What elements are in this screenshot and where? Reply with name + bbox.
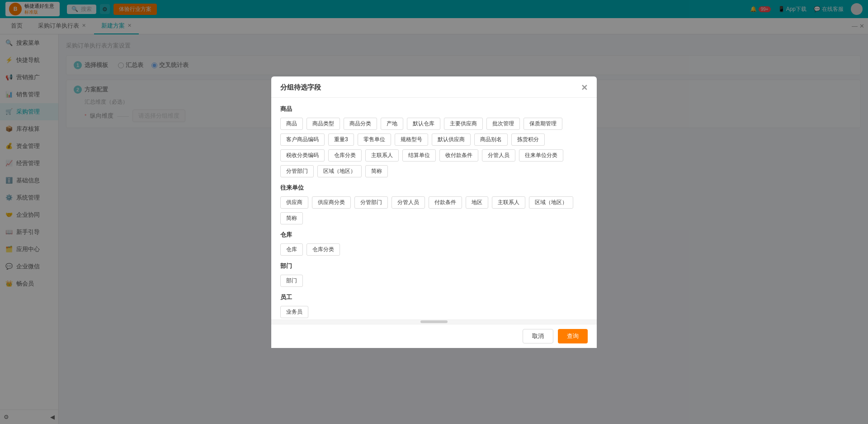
field-tag[interactable]: 部门 <box>280 275 303 287</box>
department-fields: 部门 <box>280 275 588 287</box>
field-tag[interactable]: 往来单位分类 <box>519 149 563 162</box>
field-tag[interactable]: 客户商品编码 <box>280 133 325 146</box>
field-tag[interactable]: 结算单位 <box>402 149 436 162</box>
field-tag[interactable]: 商品别名 <box>474 133 508 146</box>
app-layout: 🔍 搜索菜单 ⚡ 快捷导航 📢 营销推广 📊 销售管理 🛒 采购管理 📦 库存核… <box>0 34 868 424</box>
field-tag[interactable]: 默认仓库 <box>407 118 440 130</box>
field-select-modal: 分组待选字段 ✕ 商品 商品 商品类型 商品分类 产地 默认仓库 主要供应商 批… <box>271 76 597 348</box>
section-title-partner: 往来单位 <box>280 184 588 192</box>
field-tag[interactable]: 仓库分类 <box>307 243 340 256</box>
modal-hscroll <box>271 319 597 324</box>
field-tag[interactable]: 分管部门 <box>354 196 388 209</box>
field-tag[interactable]: 仓库分类 <box>328 149 362 162</box>
modal-body: 商品 商品 商品类型 商品分类 产地 默认仓库 主要供应商 批次管理 保质期管理… <box>271 98 597 319</box>
field-tag[interactable]: 商品 <box>280 118 303 130</box>
field-tag[interactable]: 业务员 <box>280 306 308 318</box>
field-tag[interactable]: 付款条件 <box>429 196 462 209</box>
field-tag[interactable]: 简称 <box>280 212 303 224</box>
field-tag[interactable]: 拣货积分 <box>511 133 545 146</box>
field-tag[interactable]: 税收分类编码 <box>280 149 325 162</box>
field-tag[interactable]: 商品分类 <box>344 118 377 130</box>
field-tag[interactable]: 重量3 <box>328 133 354 146</box>
field-tag[interactable]: 主联系人 <box>365 149 399 162</box>
field-tag[interactable]: 供应商分类 <box>312 196 351 209</box>
field-tag[interactable]: 默认供应商 <box>432 133 471 146</box>
cancel-button[interactable]: 取消 <box>523 329 553 343</box>
field-tag[interactable]: 零售单位 <box>358 133 391 146</box>
partner-fields: 供应商 供应商分类 分管部门 分管人员 付款条件 地区 主联系人 区域（地区） … <box>280 196 588 224</box>
modal-close-btn[interactable]: ✕ <box>581 83 588 93</box>
field-tag[interactable]: 区域（地区） <box>529 196 573 209</box>
section-title-department: 部门 <box>280 262 588 270</box>
section-title-product: 商品 <box>280 105 588 113</box>
employee-fields: 业务员 <box>280 306 588 318</box>
modal-footer: 取消 查询 <box>271 324 597 348</box>
field-tag[interactable]: 简称 <box>365 165 388 177</box>
product-fields: 商品 商品类型 商品分类 产地 默认仓库 主要供应商 批次管理 保质期管理 客户… <box>280 118 588 177</box>
warehouse-fields: 仓库 仓库分类 <box>280 243 588 256</box>
field-tag[interactable]: 区域（地区） <box>317 165 362 177</box>
field-tag[interactable]: 保质期管理 <box>524 118 562 130</box>
field-tag[interactable]: 主联系人 <box>492 196 525 209</box>
field-tag[interactable]: 地区 <box>466 196 488 209</box>
field-tag[interactable]: 批次管理 <box>486 118 520 130</box>
section-title-employee: 员工 <box>280 293 588 301</box>
modal-header: 分组待选字段 ✕ <box>271 76 597 98</box>
field-tag[interactable]: 产地 <box>381 118 403 130</box>
field-tag[interactable]: 供应商 <box>280 196 308 209</box>
modal-overlay: 分组待选字段 ✕ 商品 商品 商品类型 商品分类 产地 默认仓库 主要供应商 批… <box>0 0 868 424</box>
field-tag[interactable]: 分管部门 <box>280 165 314 177</box>
field-tag[interactable]: 商品类型 <box>307 118 340 130</box>
field-tag[interactable]: 主要供应商 <box>444 118 483 130</box>
field-tag[interactable]: 收付款条件 <box>439 149 478 162</box>
hscroll-thumb[interactable] <box>420 320 448 323</box>
confirm-button[interactable]: 查询 <box>558 329 588 343</box>
section-title-warehouse: 仓库 <box>280 231 588 239</box>
field-tag[interactable]: 规格型号 <box>395 133 428 146</box>
field-tag[interactable]: 分管人员 <box>482 149 515 162</box>
field-tag[interactable]: 分管人员 <box>392 196 425 209</box>
field-tag[interactable]: 仓库 <box>280 243 303 256</box>
modal-title: 分组待选字段 <box>280 83 321 92</box>
